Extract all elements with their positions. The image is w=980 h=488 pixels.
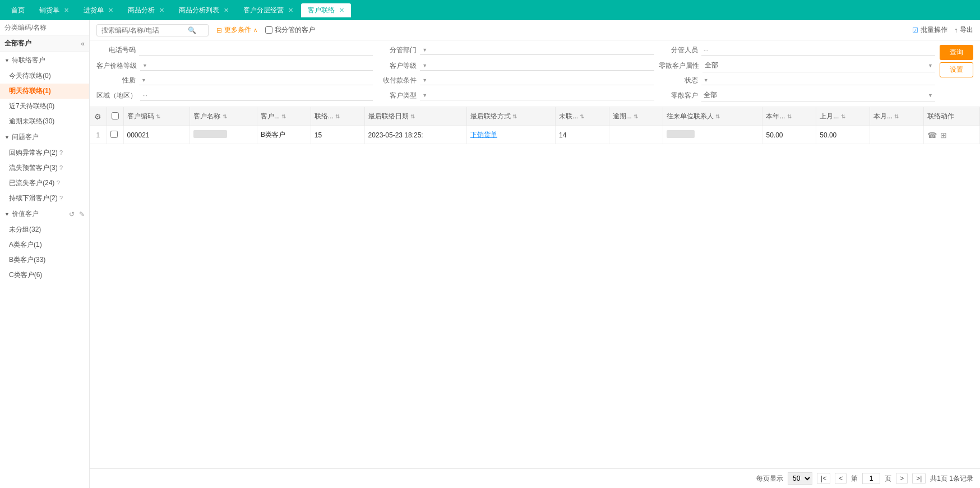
- sidebar-item-class-c[interactable]: C类客户(6): [0, 268, 89, 283]
- filter-dept-select[interactable]: [420, 45, 654, 55]
- first-page-btn[interactable]: |<: [817, 473, 830, 484]
- nav-product-analysis-list[interactable]: 商品分析列表 ✕: [172, 3, 235, 17]
- nav-close-sales-order[interactable]: ✕: [64, 7, 69, 14]
- sidebar-search-input[interactable]: [4, 24, 89, 31]
- filter-person-select[interactable]: [701, 45, 935, 56]
- nav-close-purchase-order[interactable]: ✕: [108, 7, 113, 14]
- sidebar-item-abnormal-repurchase[interactable]: 回购异常客户(2) ?: [0, 145, 89, 160]
- sidebar-item-overdue-pending[interactable]: 逾期未联络(30): [0, 114, 89, 129]
- filter-panel: 电话号码 分管部门 分管人员: [90, 40, 980, 107]
- filter-customer-level-label: 客户等级: [377, 61, 417, 71]
- more-conditions-btn[interactable]: ⊟ 更多条件 ∧: [213, 24, 261, 36]
- filter-region-select[interactable]: [140, 90, 373, 101]
- sort-last-month-icon[interactable]: ⇅: [841, 113, 845, 119]
- row-name: [190, 126, 257, 144]
- filter-phone-input[interactable]: [139, 45, 373, 56]
- nav-close-customer-stratification[interactable]: ✕: [288, 7, 293, 14]
- col-actions: 联络动作: [923, 107, 979, 126]
- toolbar-search-box: 🔍: [96, 24, 209, 36]
- action-phone-icon[interactable]: ☎: [927, 131, 937, 140]
- sort-last-contact-date-icon[interactable]: ⇅: [410, 113, 415, 119]
- filter-retail-customer-select[interactable]: 全部: [701, 89, 935, 102]
- row-contact-person: [663, 126, 762, 144]
- sidebar-item-tomorrow-pending[interactable]: 明天待联络(1): [0, 84, 89, 99]
- content-area: 🔍 ⊟ 更多条件 ∧ 我分管的客户 ☑ 批量操作 ↑ 导出: [90, 20, 980, 488]
- sidebar-group-pending[interactable]: 待联络客户: [0, 52, 89, 68]
- nav-product-analysis[interactable]: 商品分析 ✕: [121, 3, 171, 17]
- sort-overdue-icon[interactable]: ⇅: [634, 113, 638, 119]
- filter-person: 分管人员: [659, 45, 935, 56]
- filter-status: 状态: [659, 76, 935, 85]
- gear-icon[interactable]: [94, 113, 101, 121]
- action-menu-icon[interactable]: ⊞: [940, 131, 947, 140]
- sort-not-contact-icon[interactable]: ⇅: [580, 113, 584, 119]
- sidebar-item-7days-pending[interactable]: 近7天待联络(0): [0, 99, 89, 114]
- filter-retail-customer: 零散客户 全部: [659, 89, 935, 102]
- filter-customer-level-select[interactable]: [420, 61, 654, 71]
- sort-contact-person-icon[interactable]: ⇅: [715, 113, 720, 119]
- row-last-month: 50.00: [816, 126, 870, 144]
- sidebar-all-customers[interactable]: 全部客户: [0, 35, 89, 52]
- last-page-btn[interactable]: >|: [912, 473, 926, 484]
- filter-retail-attr: 零散客户属性 全部: [659, 59, 935, 72]
- per-page-select[interactable]: 50: [788, 472, 812, 485]
- filter-dept-label: 分管部门: [377, 45, 417, 55]
- table-header-row: 客户编码 ⇅ 客户名称 ⇅ 客户... ⇅ 联络...: [90, 107, 980, 126]
- filter-price-level-select[interactable]: [140, 61, 373, 71]
- toolbar-search-input[interactable]: [101, 26, 186, 34]
- nav-sales-order[interactable]: 销货单 ✕: [33, 3, 76, 17]
- filter-customer-type-label: 客户类型: [377, 91, 417, 100]
- filter-nature-select[interactable]: [139, 76, 373, 85]
- row-checkbox[interactable]: [110, 131, 118, 138]
- sidebar-item-today-pending[interactable]: 今天待联络(0): [0, 68, 89, 84]
- page-number-input[interactable]: [862, 473, 880, 484]
- nav-close-product-analysis[interactable]: ✕: [159, 7, 164, 14]
- sidebar-item-churn-warning[interactable]: 流失预警客户(3) ?: [0, 160, 89, 176]
- nav-customer-contact[interactable]: 客户联络 ✕: [301, 3, 351, 17]
- filter-region-label: 区域（地区）: [96, 91, 137, 100]
- filter-customer-type-select[interactable]: [420, 91, 654, 100]
- sidebar-item-class-b[interactable]: B类客户(33): [0, 252, 89, 268]
- sort-type-icon[interactable]: ⇅: [281, 113, 286, 119]
- settings-button[interactable]: 设置: [940, 62, 973, 77]
- filter-status-select[interactable]: [701, 76, 935, 85]
- sidebar-item-declining[interactable]: 持续下滑客户(2) ?: [0, 191, 89, 206]
- next-page-btn[interactable]: >: [896, 473, 908, 484]
- filter-customer-type: 客户类型: [377, 91, 654, 100]
- checkbox-icon: ☑: [912, 26, 918, 34]
- sort-this-year-icon[interactable]: ⇅: [787, 113, 792, 119]
- sidebar-item-ungrouped[interactable]: 未分组(32): [0, 222, 89, 237]
- row-overdue: [609, 126, 663, 144]
- row-actions: ☎ ⊞: [923, 126, 979, 144]
- select-all-checkbox[interactable]: [112, 112, 119, 119]
- sort-last-contact-method-icon[interactable]: ⇅: [512, 113, 517, 119]
- nav-purchase-order[interactable]: 进货单 ✕: [77, 3, 120, 17]
- filter-payment-select[interactable]: [420, 76, 654, 85]
- toolbar-search-icon[interactable]: 🔍: [188, 26, 196, 34]
- my-customers-checkbox[interactable]: [265, 26, 272, 34]
- collapse-icon[interactable]: [81, 40, 85, 48]
- sidebar-item-churned[interactable]: 已流失客户(24) ?: [0, 176, 89, 191]
- sidebar-group-value[interactable]: 价值客户 ↺ ✎: [0, 206, 89, 222]
- nav-close-customer-contact[interactable]: ✕: [339, 7, 344, 14]
- filter-retail-attr-select[interactable]: 全部: [702, 59, 935, 72]
- sort-code-icon[interactable]: ⇅: [156, 113, 160, 119]
- nav-customer-stratification[interactable]: 客户分层经营 ✕: [237, 3, 300, 17]
- sort-name-icon[interactable]: ⇅: [223, 113, 227, 119]
- sort-contact-count-icon[interactable]: ⇅: [335, 113, 340, 119]
- sidebar-group-problem[interactable]: 问题客户: [0, 129, 89, 145]
- row-last-contact-link[interactable]: 下销货单: [470, 131, 497, 139]
- toolbar-right: ☑ 批量操作 ↑ 导出: [912, 25, 973, 35]
- sort-this-month-icon[interactable]: ⇅: [894, 113, 899, 119]
- export-btn[interactable]: ↑ 导出: [954, 25, 973, 35]
- sidebar-item-class-a[interactable]: A类客户(1): [0, 237, 89, 252]
- filter-actions: 查询 设置: [940, 45, 973, 102]
- prev-page-btn[interactable]: <: [835, 473, 847, 484]
- batch-operation-btn[interactable]: ☑ 批量操作: [912, 25, 947, 35]
- row-contact-person-masked: [667, 130, 695, 138]
- nav-close-product-analysis-list[interactable]: ✕: [224, 7, 229, 14]
- my-customers-checkbox-label[interactable]: 我分管的客户: [265, 25, 315, 35]
- query-button[interactable]: 查询: [940, 45, 973, 60]
- nav-home[interactable]: 首页: [4, 3, 31, 17]
- filter-price-level-label: 客户价格等级: [96, 61, 137, 71]
